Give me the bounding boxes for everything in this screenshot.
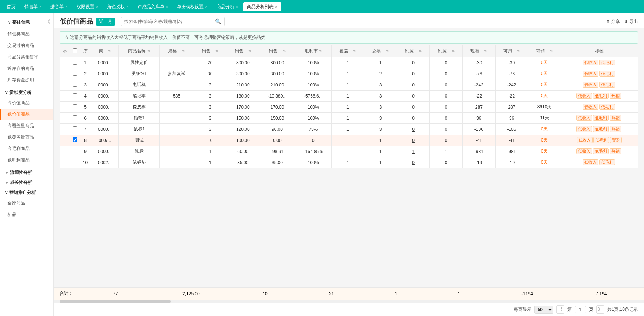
th-saleable[interactable]: 可销... ⇅ [528, 45, 561, 57]
cell-browse1[interactable]: 0 [397, 113, 430, 124]
th-browse1[interactable]: 浏览... ⇅ [397, 45, 430, 57]
cell-check[interactable] [70, 157, 80, 168]
cell-browse1[interactable]: 0 [397, 135, 430, 146]
cell-check[interactable] [70, 91, 80, 102]
sidebar-item-high-value[interactable]: 高价值商品 [0, 97, 53, 109]
close-goods-analysis-list-icon[interactable]: × [275, 4, 277, 9]
cell-check[interactable] [70, 124, 80, 135]
sidebar-item-low-coverage[interactable]: 低覆盖量商品 [0, 132, 53, 143]
th-cover[interactable]: 覆盖... ⇅ [331, 45, 364, 57]
browse1-link[interactable]: 0 [412, 82, 415, 88]
browse1-link[interactable]: 0 [412, 60, 415, 65]
th-current[interactable]: 现有... ⇅ [463, 45, 496, 57]
th-spec[interactable]: 规格... ⇅ [160, 45, 194, 57]
th-browse2[interactable]: 浏览... ⇅ [430, 45, 463, 57]
nav-role[interactable]: 角色授权 × [103, 2, 132, 11]
th-name[interactable]: 商品名称 ⇅ [119, 45, 160, 57]
data-table-container[interactable]: ⚙ 序 商... ⇅ 商品名称 ⇅ 规格... ⇅ 销售... ⇅ 销售... … [54, 45, 644, 287]
sidebar-item-high-profit[interactable]: 高毛利商品 [0, 143, 53, 154]
cell-check[interactable] [70, 135, 80, 146]
sidebar-item-near-stock[interactable]: 近库存的商品 [0, 63, 53, 74]
nav-product-in[interactable]: 产成品入库单 × [134, 2, 172, 11]
browse1-link[interactable]: 0 [412, 160, 415, 165]
cell-browse1[interactable]: 0 [397, 68, 430, 79]
cell-check[interactable] [70, 146, 80, 157]
share-button[interactable]: ⬆ 分享 [606, 18, 620, 25]
cell-browse1[interactable]: 0 [397, 79, 430, 91]
close-permission-icon[interactable]: × [96, 4, 98, 9]
cell-check[interactable] [70, 57, 80, 68]
select-all-checkbox[interactable] [73, 48, 77, 53]
sidebar-collapse-icon[interactable]: 《 [45, 18, 50, 25]
cell-check[interactable] [70, 68, 80, 79]
filter-tag-btn[interactable]: 近一月 [96, 18, 115, 26]
sidebar-item-category-rate[interactable]: 商品分类销售率 [0, 51, 53, 63]
th-gear[interactable]: ⚙ [60, 45, 70, 57]
th-check[interactable] [70, 45, 80, 57]
browse1-link[interactable]: 0 [412, 127, 415, 132]
close-purchase-icon[interactable]: × [65, 4, 67, 9]
close-role-icon[interactable]: × [126, 4, 128, 9]
sidebar-item-new-goods[interactable]: 新品 [0, 209, 53, 220]
row-checkbox[interactable] [73, 149, 77, 153]
search-icon[interactable]: 🔍 [215, 18, 221, 24]
sidebar-item-stock-capital[interactable]: 库存资金占用 [0, 74, 53, 86]
nav-home[interactable]: 首页 [3, 2, 19, 11]
sidebar-item-traded-goods[interactable]: 交易过的商品 [0, 40, 53, 51]
export-button[interactable]: ⬇ 导出 [624, 18, 638, 25]
browse1-link[interactable]: 0 [412, 105, 415, 110]
cell-check[interactable] [70, 79, 80, 91]
next-page-button[interactable]: 》 [596, 305, 604, 314]
browse1-link[interactable]: 0 [412, 116, 415, 121]
th-sale2[interactable]: 销售... ⇅ [227, 45, 259, 57]
cell-browse1[interactable]: 0 [397, 91, 430, 102]
row-checkbox[interactable] [73, 82, 77, 87]
browse1-link[interactable]: 0 [412, 94, 415, 99]
row-checkbox[interactable] [73, 71, 77, 76]
th-gross[interactable]: 毛利率 ⇅ [295, 45, 331, 57]
th-usable[interactable]: 可用... ⇅ [495, 45, 528, 57]
th-code[interactable]: 商... ⇅ [91, 45, 119, 57]
sidebar-item-low-value[interactable]: 低价值商品 [0, 109, 53, 120]
sidebar-item-all-goods[interactable]: 全部商品 [0, 197, 53, 209]
sidebar-item-sales-goods[interactable]: 销售类商品 [0, 28, 53, 40]
th-trade[interactable]: 交易... ⇅ [364, 45, 397, 57]
nav-purchase[interactable]: 进货单 × [47, 2, 71, 11]
cell-browse1[interactable]: 1 [397, 146, 430, 157]
cell-browse1[interactable]: 0 [397, 157, 430, 168]
nav-sales[interactable]: 销售单 × [21, 2, 45, 11]
nav-goods-analysis[interactable]: 商品分析 × [213, 2, 242, 11]
nav-goods-analysis-list[interactable]: 商品分析列表 × [243, 2, 281, 11]
sidebar-item-high-coverage[interactable]: 高覆盖量商品 [0, 120, 53, 132]
cell-check[interactable] [70, 113, 80, 124]
row-checkbox[interactable] [73, 137, 77, 142]
browse1-link[interactable]: 0 [412, 71, 415, 77]
th-sale3[interactable]: 销售... ⇅ [259, 45, 295, 57]
cell-browse1[interactable]: 0 [397, 124, 430, 135]
cell-browse1[interactable]: 0 [397, 102, 430, 113]
close-sales-icon[interactable]: × [39, 4, 41, 9]
first-page-button[interactable]: 《 [556, 305, 564, 314]
close-goods-analysis-icon[interactable]: × [236, 4, 238, 9]
cell-check[interactable] [70, 102, 80, 113]
row-checkbox[interactable] [73, 93, 77, 98]
row-checkbox[interactable] [73, 115, 77, 120]
cell-browse1[interactable]: 0 [397, 57, 430, 68]
page-size-select[interactable]: 50 100 200 [534, 306, 553, 314]
search-input[interactable] [124, 19, 214, 24]
nav-template[interactable]: 单据模板设置 × [173, 2, 211, 11]
th-sale1[interactable]: 销售... ⇅ [194, 45, 227, 57]
row-checkbox[interactable] [73, 60, 77, 65]
row-checkbox[interactable] [73, 126, 77, 131]
sidebar-item-low-profit[interactable]: 低毛利商品 [0, 154, 53, 166]
page-number-input[interactable] [575, 306, 586, 313]
close-product-in-icon[interactable]: × [166, 4, 168, 9]
sidebar-group-flow[interactable]: ＞ 流通性分析 [0, 166, 53, 177]
browse1-link[interactable]: 1 [412, 149, 415, 154]
nav-permission[interactable]: 权限设置 × [73, 2, 102, 11]
row-checkbox[interactable] [73, 160, 77, 164]
close-template-icon[interactable]: × [205, 4, 207, 9]
browse1-link[interactable]: 0 [412, 138, 415, 143]
sidebar-group-growth[interactable]: ＞ 成长性分析 [0, 177, 53, 187]
row-checkbox[interactable] [73, 104, 77, 109]
